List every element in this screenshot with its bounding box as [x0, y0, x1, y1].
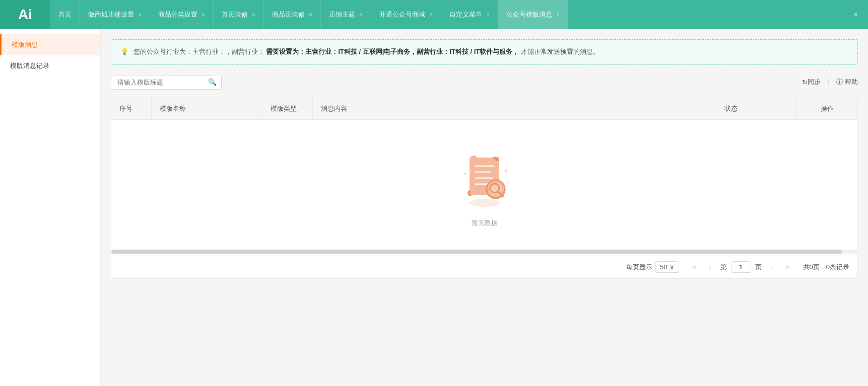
search-input[interactable] — [111, 75, 222, 90]
nav-tab-home[interactable]: 首页 — [50, 0, 80, 29]
notice-icon: 💡 — [120, 48, 128, 55]
nav-tab-product-decor[interactable]: 商品页装修× — [264, 0, 321, 29]
nav-tab-shop-theme[interactable]: 店铺主题× — [321, 0, 371, 29]
empty-state: ✦ ✦ ✦ 暂无数据 — [111, 120, 857, 248]
search-left: 🔍 — [111, 75, 222, 90]
close-tab-template-msg[interactable]: × — [556, 11, 560, 18]
page-di-label: 第 — [720, 263, 727, 272]
svg-text:✦: ✦ — [504, 168, 508, 174]
pagination: 每页显示 50 ∨ ⊲ ‹ 第 页 › ⊳ 共0页，0条记录 — [111, 256, 857, 278]
close-tab-category[interactable]: × — [202, 11, 205, 18]
notice-box: 💡 您的公众号行业为：主营行业：，副营行业： 需要设置为：主营行业：IT科技 /… — [111, 39, 858, 65]
help-label: 帮助 — [845, 78, 858, 87]
nav-tab-category[interactable]: 商品分类设置× — [150, 0, 214, 29]
next-page-button[interactable]: › — [766, 261, 778, 273]
logo: Ai — [0, 0, 50, 29]
close-all-button[interactable]: × — [843, 10, 868, 19]
page-unit-label: 页 — [755, 263, 762, 272]
search-icon[interactable]: 🔍 — [208, 78, 217, 86]
th-type: 模版类型 — [262, 98, 313, 119]
search-bar: 🔍 ↻ 同步 | ⓘ 帮助 — [111, 75, 858, 90]
divider: | — [828, 79, 829, 86]
sidebar: 模版消息模版消息记录 — [0, 29, 101, 386]
sync-label: 同步 — [808, 78, 821, 87]
nav-tabs: 首页微商城店铺设置×商品分类设置×首页装修×商品页装修×店铺主题×开通公众号商城… — [50, 0, 843, 29]
horizontal-scrollbar[interactable] — [111, 250, 857, 254]
close-tab-open-mall[interactable]: × — [429, 11, 433, 18]
svg-point-0 — [470, 199, 500, 207]
page-size-selector: 每页显示 50 ∨ — [626, 261, 679, 273]
nav-tab-open-mall[interactable]: 开通公众号商城× — [371, 0, 441, 29]
th-name: 模版名称 — [152, 98, 262, 119]
empty-text: 暂无数据 — [472, 218, 498, 227]
table-header: 序号 模版名称 模版类型 消息内容 状态 操作 — [111, 98, 857, 120]
sync-icon: ↻ — [802, 79, 808, 86]
page-size-label: 每页显示 — [626, 263, 652, 272]
data-table: 序号 模版名称 模版类型 消息内容 状态 操作 — [111, 98, 858, 279]
close-tab-custom-menu[interactable]: × — [486, 11, 490, 18]
nav-tab-custom-menu[interactable]: 自定义菜单× — [441, 0, 498, 29]
sidebar-item-template-message-record[interactable]: 模版消息记录 — [0, 55, 100, 76]
close-tab-homepage-decor[interactable]: × — [252, 11, 255, 18]
search-input-wrap: 🔍 — [111, 75, 222, 90]
total-info: 共0页，0条记录 — [803, 263, 849, 272]
sync-button[interactable]: ↻ 同步 — [802, 78, 821, 87]
svg-text:✦: ✦ — [463, 172, 467, 176]
th-seq: 序号 — [111, 98, 152, 119]
page-size-value: 50 — [660, 263, 667, 271]
notice-suffix: 才能正常发送预置的消息。 — [521, 48, 599, 55]
sidebar-item-template-message[interactable]: 模版消息 — [0, 34, 100, 55]
help-button[interactable]: ⓘ 帮助 — [836, 78, 858, 87]
scrollbar-thumb[interactable] — [111, 250, 842, 254]
close-tab-micro-shop[interactable]: × — [138, 11, 142, 18]
nav-tab-template-msg[interactable]: 公众号模版消息× — [498, 0, 568, 29]
notice-highlight: 需要设置为：主营行业：IT科技 / 互联网|电子商务，副营行业：IT科技 / I… — [266, 48, 519, 55]
content-area: 💡 您的公众号行业为：主营行业：，副营行业： 需要设置为：主营行业：IT科技 /… — [101, 29, 868, 386]
close-tab-shop-theme[interactable]: × — [359, 11, 363, 18]
first-page-button[interactable]: ⊲ — [688, 261, 700, 273]
th-content: 消息内容 — [313, 98, 716, 119]
nav-tab-micro-shop[interactable]: 微商城店铺设置× — [80, 0, 150, 29]
chevron-down-icon: ∨ — [670, 263, 675, 271]
empty-icon: ✦ ✦ ✦ — [454, 150, 515, 210]
th-action: 操作 — [797, 98, 857, 119]
last-page-button[interactable]: ⊳ — [782, 261, 794, 273]
th-status: 状态 — [716, 98, 797, 119]
top-nav: Ai 首页微商城店铺设置×商品分类设置×首页装修×商品页装修×店铺主题×开通公众… — [0, 0, 868, 29]
current-page-input[interactable] — [731, 261, 751, 273]
main-layout: 模版消息模版消息记录 💡 您的公众号行业为：主营行业：，副营行业： 需要设置为：… — [0, 29, 868, 386]
search-right: ↻ 同步 | ⓘ 帮助 — [802, 78, 858, 87]
prev-page-button[interactable]: ‹ — [704, 261, 716, 273]
page-size-select-box[interactable]: 50 ∨ — [655, 261, 679, 273]
svg-text:✦: ✦ — [507, 181, 510, 185]
notice-prefix: 您的公众号行业为：主营行业：，副营行业： — [133, 48, 264, 55]
nav-tab-homepage-decor[interactable]: 首页装修× — [214, 0, 264, 29]
close-tab-product-decor[interactable]: × — [309, 11, 312, 18]
help-icon: ⓘ — [836, 78, 843, 87]
